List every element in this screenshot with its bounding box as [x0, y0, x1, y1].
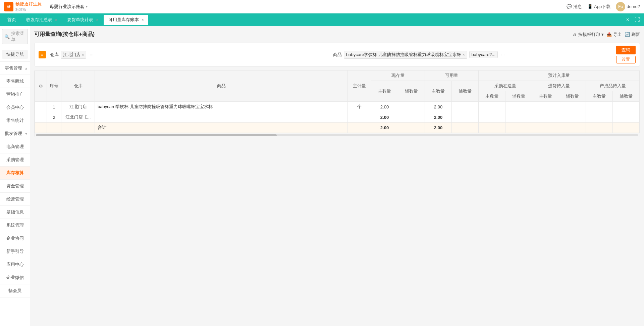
sidebar-item-member[interactable]: 会员中心 [0, 101, 30, 114]
org-name: 母婴行业演示账套 [50, 4, 85, 10]
row1-purchase-aux [505, 102, 532, 112]
row1-purchase-main [479, 102, 505, 112]
footer-purchase-aux [505, 123, 532, 133]
tab-collection[interactable]: 收发存汇总表 × [21, 15, 62, 25]
quick-nav-area: 快捷导航 [0, 47, 30, 62]
th-stock-group: 现存量 [371, 71, 425, 81]
chevron-down-icon: ▾ [86, 5, 88, 8]
sidebar-item-marketing[interactable]: 营销推广 [0, 88, 30, 101]
expand-icon: ▲ [24, 66, 28, 70]
product-tag-2[interactable]: babycare?... [469, 51, 498, 58]
sidebar-item-operation[interactable]: 经营管理 [0, 193, 30, 206]
row1-production-aux [613, 102, 640, 112]
export-button[interactable]: 📤 导出 [606, 32, 622, 38]
quick-nav-button[interactable]: 快捷导航 [2, 50, 28, 59]
row2-purchase-aux [505, 112, 532, 123]
footer-warehouse [61, 123, 95, 133]
table-row: 1 江北门店 babycare学饮杯 儿童防摔防撞吸管杯重力球吸嘴杯宝宝水杯 个… [35, 102, 640, 112]
product-more-button[interactable]: ··· [500, 52, 506, 57]
sidebar-item-new-guide[interactable]: 新手引导 [0, 245, 30, 258]
row2-settings [35, 112, 47, 123]
warehouse-label: 仓库 [50, 52, 59, 58]
sidebar-item-member2[interactable]: 畅会员 [0, 284, 30, 297]
page-title: 可用量查询(按仓库+商品) [34, 31, 95, 38]
th-settings[interactable]: ⚙ [35, 71, 47, 102]
scroll-thumb[interactable] [36, 134, 277, 136]
table-row: 2 江北门店【... 2.00 2.00 [35, 112, 640, 123]
tab-inventory[interactable]: 可用量库存账本 × [104, 15, 148, 25]
sidebar-item-enterprise[interactable]: 企业协同 [0, 232, 30, 245]
table-footer-row: 合计 2.00 2.00 [35, 123, 640, 133]
close-all-button[interactable]: × [625, 16, 631, 24]
sidebar-item-inventory-check[interactable]: 库存核算 [0, 167, 30, 180]
th-warehouse: 仓库 [61, 71, 95, 102]
sidebar-item-wholesale-mgmt[interactable]: 批发管理 ▼ [0, 127, 30, 140]
filter-expand-button[interactable]: » [39, 51, 46, 58]
sidebar-item-finance[interactable]: 资金管理 [0, 180, 30, 193]
sidebar-item-ecommerce[interactable]: 电商管理 [0, 140, 30, 153]
warehouse-tag[interactable]: 江北门店 × [61, 51, 86, 59]
row2-production-main [586, 112, 613, 123]
tab-home[interactable]: 首页 [3, 15, 21, 25]
tab-inventory-close[interactable]: × [142, 18, 144, 22]
sidebar-item-purchase[interactable]: 采购管理 [0, 153, 30, 167]
org-selector[interactable]: 母婴行业演示账套 ▾ [50, 4, 88, 10]
logo-text: 畅捷通好生意 标准版 [15, 1, 42, 12]
tab-inventory-label: 可用量库存账本 [108, 17, 139, 23]
message-button[interactable]: 💬 消息 [567, 4, 582, 10]
tab-collection-label: 收发存汇总表 [26, 17, 52, 23]
query-button[interactable]: 查询 [616, 46, 636, 54]
print-button[interactable]: 🖨 按模板打印 ▾ [573, 32, 604, 38]
row2-product [95, 112, 348, 123]
data-table: ⚙ 序号 仓库 商品 主计量 现存量 可用量 预计入库量 主数量 [35, 70, 640, 133]
th-production-group: 产成品待入量 [586, 81, 640, 91]
footer-no [47, 123, 61, 133]
row2-incoming-main [532, 112, 559, 123]
filter-action-buttons: 查询 设置 [616, 46, 636, 63]
page-actions: 🖨 按模板打印 ▾ 📤 导出 🔄 刷新 [573, 32, 640, 38]
search-icon: 🔍 [4, 34, 10, 39]
bottom-scrollbar[interactable] [35, 133, 640, 137]
row2-available-main: 2.00 [425, 112, 452, 123]
user-avatar-area[interactable]: Ea demo2 [616, 2, 640, 11]
th-incoming-aux: 辅数量 [559, 91, 586, 102]
th-production-aux: 辅数量 [613, 91, 640, 102]
message-icon: 💬 [567, 4, 572, 9]
sidebar-item-retail-mall[interactable]: 零售商城 [0, 75, 30, 88]
refresh-icon: 🔄 [625, 32, 630, 37]
sidebar-item-app-center[interactable]: 应用中心 [0, 258, 30, 271]
refresh-button[interactable]: 🔄 刷新 [625, 32, 640, 38]
tab-order[interactable]: 要货单统计表 × [62, 15, 103, 25]
sidebar-item-system-mgmt[interactable]: 系统管理 [0, 219, 30, 232]
table-container: ⚙ 序号 仓库 商品 主计量 现存量 可用量 预计入库量 主数量 [34, 70, 640, 137]
app-download-button[interactable]: 📱 App下载 [587, 4, 610, 10]
product-tag-1-close[interactable]: × [463, 53, 465, 57]
row2-available-aux [452, 112, 479, 123]
fullscreen-button[interactable]: ⛶ [633, 16, 641, 24]
row1-available-main: 2.00 [425, 102, 452, 112]
scroll-track [36, 134, 638, 136]
product-label: 商品 [333, 52, 342, 58]
sidebar-item-basic-info[interactable]: 基础信息 [0, 206, 30, 219]
product-tag-1[interactable]: babycare学饮杯 儿童防摔防撞吸管杯重力球吸嘴杯宝宝水杯 × [344, 51, 467, 59]
tab-order-close[interactable]: × [96, 18, 98, 22]
row1-incoming-aux [559, 102, 586, 112]
row1-unit: 个 [348, 102, 371, 112]
sidebar-item-retail-mgmt[interactable]: 零售管理 ▲ [0, 62, 30, 75]
warehouse-tag-close[interactable]: × [82, 53, 84, 57]
sidebar-item-retail-stats[interactable]: 零售统计 [0, 114, 30, 127]
warehouse-more-button[interactable]: ··· [88, 52, 95, 57]
th-available-main: 主数量 [425, 81, 452, 102]
tab-collection-close[interactable]: × [55, 18, 57, 22]
row2-no: 2 [47, 112, 61, 123]
app-icon: 📱 [587, 4, 593, 9]
footer-incoming-aux [559, 123, 586, 133]
search-button[interactable]: 🔍 搜索菜单 [2, 29, 28, 44]
row1-available-aux [452, 102, 479, 112]
product-value-2: babycare?... [472, 52, 496, 57]
settings-button[interactable]: 设置 [616, 56, 636, 63]
th-stock-main: 主数量 [371, 81, 398, 102]
th-purchase-main: 主数量 [479, 91, 505, 102]
sidebar-item-enterprise-wechat[interactable]: 企业微信 [0, 271, 30, 284]
footer-settings [35, 123, 47, 133]
